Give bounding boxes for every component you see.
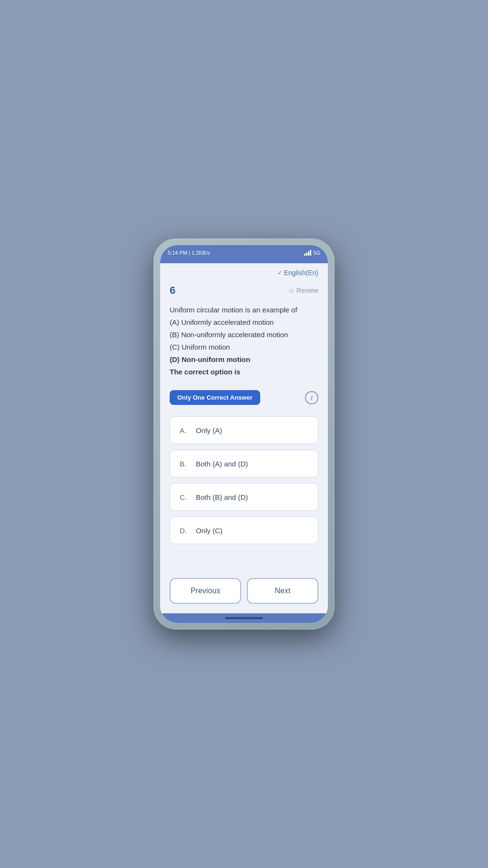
nav-buttons: Previous Next bbox=[160, 570, 328, 613]
question-line-1: Uniform circular motion is an example of bbox=[170, 304, 318, 316]
option-b-letter: B. bbox=[180, 460, 189, 468]
status-bar: 5:14 PM | 1.2KB/s 5G bbox=[160, 245, 328, 260]
previous-button[interactable]: Previous bbox=[170, 578, 241, 604]
option-d-letter: D. bbox=[180, 527, 189, 535]
signal-bar-2 bbox=[306, 253, 307, 256]
options-section: A. Only (A) B. Both (A) and (D) C. Both … bbox=[160, 413, 328, 570]
next-button[interactable]: Next bbox=[247, 578, 318, 604]
option-a-text: Only (A) bbox=[196, 426, 222, 434]
option-d[interactable]: D. Only (C) bbox=[170, 517, 318, 544]
signal-bar-4 bbox=[310, 250, 311, 256]
signal-bar-3 bbox=[308, 251, 309, 256]
question-line-2: (A) Uniformly accelerated motion bbox=[170, 317, 318, 328]
option-c-letter: C. bbox=[180, 493, 189, 501]
question-line-6: The correct option is bbox=[170, 366, 318, 378]
status-right: 5G bbox=[304, 250, 320, 256]
app-content: ✓ English(En) 6 ☆ Review Uniform circula… bbox=[160, 263, 328, 613]
answer-type-badge[interactable]: Only One Correct Answer bbox=[170, 390, 260, 405]
phone-screen: 5:14 PM | 1.2KB/s 5G ✓ English(En) bbox=[160, 245, 328, 623]
phone-wrapper: 5:14 PM | 1.2KB/s 5G ✓ English(En) bbox=[153, 238, 335, 630]
option-c[interactable]: C. Both (B) and (D) bbox=[170, 483, 318, 511]
info-icon[interactable]: i bbox=[305, 391, 318, 404]
question-line-4: (C) Uniform motion bbox=[170, 341, 318, 353]
review-label: Review bbox=[296, 287, 318, 294]
question-line-3: (B) Non-uniformly accelerated motion bbox=[170, 329, 318, 341]
option-b[interactable]: B. Both (A) and (D) bbox=[170, 450, 318, 477]
answer-type-section: Only One Correct Answer i bbox=[160, 386, 328, 413]
signal-bar-1 bbox=[304, 254, 305, 256]
home-indicator bbox=[160, 613, 328, 623]
question-text: Uniform circular motion is an example of… bbox=[160, 302, 328, 386]
option-d-text: Only (C) bbox=[196, 527, 223, 535]
question-line-5: (D) Non-uniform motion bbox=[170, 354, 318, 365]
chevron-down-icon: ✓ bbox=[277, 269, 282, 276]
question-number: 6 bbox=[170, 284, 175, 297]
language-text[interactable]: ✓ English(En) bbox=[277, 269, 318, 277]
star-icon: ☆ bbox=[288, 286, 295, 295]
review-button[interactable]: ☆ Review bbox=[288, 286, 318, 295]
network-type: 5G bbox=[313, 250, 320, 256]
home-bar bbox=[225, 617, 263, 619]
option-c-text: Both (B) and (D) bbox=[196, 493, 248, 501]
status-time: 5:14 PM | 1.2KB/s bbox=[168, 250, 210, 256]
signal-bars bbox=[304, 250, 311, 256]
option-a-letter: A. bbox=[180, 426, 189, 434]
option-b-text: Both (A) and (D) bbox=[196, 460, 248, 468]
option-a[interactable]: A. Only (A) bbox=[170, 416, 318, 444]
question-header: 6 ☆ Review bbox=[160, 280, 328, 302]
language-label: English(En) bbox=[284, 269, 318, 277]
language-selector[interactable]: ✓ English(En) bbox=[160, 263, 328, 280]
